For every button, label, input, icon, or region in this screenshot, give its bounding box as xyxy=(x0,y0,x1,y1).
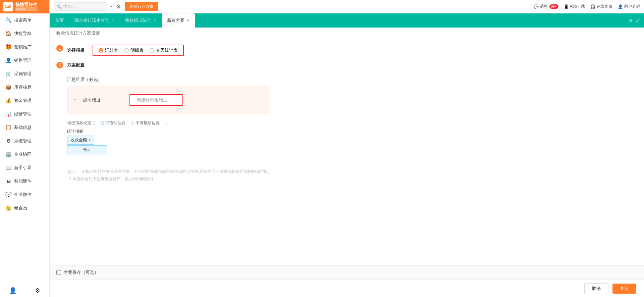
required-mark: * xyxy=(74,98,76,103)
sidebar-item-smart[interactable]: 🖥智能硬件 xyxy=(0,175,49,188)
sidebar-item-system[interactable]: ⚙系统管理 xyxy=(0,134,49,148)
action-bar: 取消 查询 xyxy=(50,280,644,297)
dimension-area: * 纵向维度 —— 请选择分组维度 xyxy=(67,87,269,113)
content-area: 收款情况统计方案设置 1 选择模板 汇总表 明细表 xyxy=(50,28,644,280)
topbar-dropdown-arrow[interactable]: ▾ xyxy=(110,4,112,9)
save-label-text: 方案保存（可选） xyxy=(64,270,99,275)
sidebar-item-operation[interactable]: 📊经营管理 xyxy=(0,107,49,121)
trial-button[interactable]: 体验行业方案 xyxy=(125,2,158,11)
topbar-right: 💬 消息 99+ 📱 App下载 🎧 在线客服 👤 用户名称 xyxy=(534,4,640,9)
cart-icon: 🛒 xyxy=(5,71,11,77)
sidebar-item-newbie[interactable]: 📖新手引导 xyxy=(0,161,49,175)
logo-abbr: CaR xyxy=(5,5,11,9)
dimension-group-header: 汇总维度（必选） xyxy=(67,77,269,83)
badge-fixed: 不可拖动位置 xyxy=(131,120,160,126)
tip-line1: 提示： 1.拖动标题栏可以调整布局，不可跨维度或指标区域拖动栏目字段(只能在同一… xyxy=(67,168,269,176)
book-icon: 📖 xyxy=(5,165,11,171)
download-icon: 📱 xyxy=(564,4,569,9)
radio-summary-label: 汇总表 xyxy=(105,47,118,53)
download-item[interactable]: 📱 App下载 xyxy=(564,4,585,9)
tab-new-close[interactable]: ✕ xyxy=(186,18,190,23)
topbar: 🔍 搜索... ▾ ⚙ 体验行业方案 💬 消息 99+ 📱 App下载 🎧 在线… xyxy=(50,0,644,13)
query-button[interactable]: 查询 xyxy=(612,284,636,294)
crown-icon: 👑 xyxy=(5,205,11,211)
tab-bank-close[interactable]: ✕ xyxy=(111,18,114,23)
tab-home-label: 首页 xyxy=(55,17,64,23)
sidebar-item-basic[interactable]: 📋基础信息 xyxy=(0,121,49,134)
tip-text-2: 2.点击标题栏下拉可设置排序、插入列和删除列 xyxy=(69,177,153,181)
tab-maximize-icon[interactable]: ⤢ xyxy=(636,17,640,24)
box-icon: 📦 xyxy=(5,84,11,90)
dimension-row-label: 纵向维度 xyxy=(83,97,101,103)
subtag-label: 合计 xyxy=(83,147,91,152)
sidebar-item-marketing[interactable]: 🎁营销推广 xyxy=(0,40,49,54)
badge-gray-icon xyxy=(131,121,134,125)
logo-badge: 标准版 xyxy=(15,7,37,11)
sidebar-item-search[interactable]: 🔍搜索菜单 xyxy=(0,13,49,27)
message-item[interactable]: 💬 消息 99+ xyxy=(534,4,558,9)
radio-cross[interactable]: 交叉统计表 xyxy=(150,47,178,53)
section1-number: 1 xyxy=(56,45,63,52)
radio-summary-circle xyxy=(99,48,103,53)
tab-new[interactable]: 新建方案 ✕ xyxy=(162,13,195,28)
tab-stats-close[interactable]: ✕ xyxy=(153,18,156,23)
search-icon: 🔍 xyxy=(5,17,11,23)
radio-cross-circle xyxy=(150,48,154,53)
sidebar-bottom-icon1[interactable]: 👤 xyxy=(9,287,16,294)
sidebar-item-corp[interactable]: 🏢企业协同 xyxy=(0,148,49,161)
message-badge: 99+ xyxy=(549,4,558,9)
tag-dropdown-arrow: ▾ xyxy=(89,138,91,142)
sidebar-logo: CaR 畅捷通好生 标准版 xyxy=(0,0,49,13)
sidebar-item-inventory[interactable]: 📦库存核算 xyxy=(0,81,49,94)
radio-detail[interactable]: 明细表 xyxy=(124,47,144,53)
service-label: 在线客服 xyxy=(596,4,612,9)
metrics-label-row: 模板指标设定（ 可拖动位置 不可拖动位置 ） xyxy=(67,120,269,126)
tab-close-window-icon[interactable]: ✕ xyxy=(629,17,633,24)
metrics-title-label: 模板指标设定（ xyxy=(67,120,95,126)
sidebar-bottom-icon2[interactable]: ⚙ xyxy=(35,287,40,294)
tab-bank[interactable]: 现金银行流水查询 ✕ xyxy=(69,13,120,28)
money-icon: 💰 xyxy=(5,98,11,104)
config-section: 汇总维度（必选） * 纵向维度 —— 请选择分组维度 模板指标设定（ xyxy=(67,77,269,183)
dimension-placeholder: 请选择分组维度 xyxy=(137,97,167,103)
sidebar-item-wechat[interactable]: 💬企业微信 xyxy=(0,188,49,201)
section2-title: 方案配置 xyxy=(67,62,85,68)
metrics-tag[interactable]: 收款金额 ▾ xyxy=(67,136,94,145)
tab-new-label: 新建方案 xyxy=(167,17,184,23)
sidebar-item-purchase[interactable]: 🛒采购管理 xyxy=(0,67,49,81)
dimension-select[interactable]: 请选择分组维度 xyxy=(129,94,183,106)
section1-title: 选择模板 xyxy=(67,47,85,53)
section-config: 2 方案配置 汇总维度（必选） * 纵向维度 —— 请选择分组维度 xyxy=(56,61,637,183)
sidebar-item-member[interactable]: 👑畅会员 xyxy=(0,201,49,215)
tips-area: 提示： 1.拖动标题栏可以调整布局，不可跨维度或指标区域拖动栏目字段(只能在同一… xyxy=(67,168,269,183)
sidebar-item-finance[interactable]: 💰资金管理 xyxy=(0,94,49,107)
radio-summary[interactable]: 汇总表 xyxy=(99,47,118,53)
tab-stats[interactable]: 收款情况统计 ✕ xyxy=(120,13,162,28)
logo-text: 畅捷通好生 xyxy=(15,2,37,7)
search-icon-top: 🔍 xyxy=(57,4,62,9)
home-icon: 🏠 xyxy=(5,31,11,37)
download-label: App下载 xyxy=(570,4,585,9)
metrics-tag-area: 收款金额 ▾ 合计 xyxy=(67,136,269,154)
radio-cross-label: 交叉统计表 xyxy=(156,47,178,53)
tab-actions: ✕ ⤢ xyxy=(629,17,644,24)
tag-label: 收款金额 xyxy=(71,137,87,143)
topbar-search-box[interactable]: 🔍 搜索... xyxy=(54,2,107,11)
tab-home[interactable]: 首页 xyxy=(50,13,69,28)
save-scheme-checkbox[interactable] xyxy=(56,270,61,275)
user-info[interactable]: 👤 用户名称 xyxy=(618,4,640,9)
logo-icon: CaR xyxy=(3,2,13,11)
topbar-gear-icon[interactable]: ⚙ xyxy=(116,3,121,10)
main-area: 🔍 搜索... ▾ ⚙ 体验行业方案 💬 消息 99+ 📱 App下载 🎧 在线… xyxy=(50,0,644,297)
sidebar-item-nav[interactable]: 🏠快捷导航 xyxy=(0,27,49,40)
cancel-button[interactable]: 取消 xyxy=(584,283,608,294)
gift-icon: 🎁 xyxy=(5,44,11,50)
list-icon: 📋 xyxy=(5,125,11,131)
building-icon: 🏢 xyxy=(5,151,11,157)
service-item[interactable]: 🎧 在线客服 xyxy=(590,4,612,9)
sidebar-item-sales[interactable]: 👤销售管理 xyxy=(0,54,49,67)
page-body: 1 选择模板 汇总表 明细表 交叉统 xyxy=(50,39,644,265)
badge-draggable: 可拖动位置 xyxy=(101,120,125,126)
save-scheme-label: 方案保存（可选） xyxy=(64,269,99,276)
dimension-arrow: —— xyxy=(110,97,120,103)
